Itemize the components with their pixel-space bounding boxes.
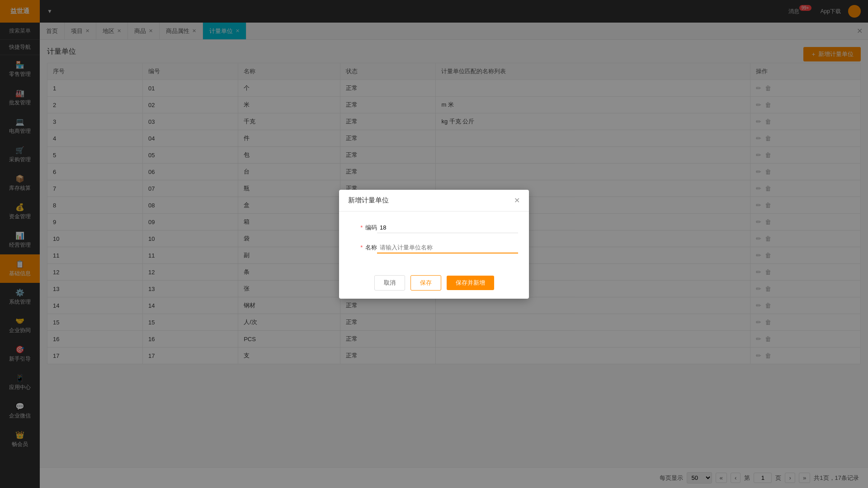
modal-header: 新增计量单位 ✕ xyxy=(339,190,529,211)
modal-overlay: 新增计量单位 ✕ * 编码 * 名称 取消 保存 保存并新增 xyxy=(0,0,868,488)
save-button[interactable]: 保存 xyxy=(410,275,441,291)
cancel-button[interactable]: 取消 xyxy=(374,275,405,291)
name-field-row: * 名称 xyxy=(350,242,518,253)
modal-title: 新增计量单位 xyxy=(348,196,389,205)
code-input[interactable] xyxy=(377,222,518,233)
name-label: * 名称 xyxy=(350,244,377,252)
code-field-row: * 编码 xyxy=(350,222,518,233)
name-input[interactable] xyxy=(377,242,518,253)
code-label: * 编码 xyxy=(350,224,377,232)
add-unit-modal: 新增计量单位 ✕ * 编码 * 名称 取消 保存 保存并新增 xyxy=(339,190,529,299)
save-and-new-button[interactable]: 保存并新增 xyxy=(447,276,494,290)
modal-footer: 取消 保存 保存并新增 xyxy=(339,270,529,299)
modal-body: * 编码 * 名称 xyxy=(339,211,529,270)
modal-close-button[interactable]: ✕ xyxy=(514,196,520,205)
